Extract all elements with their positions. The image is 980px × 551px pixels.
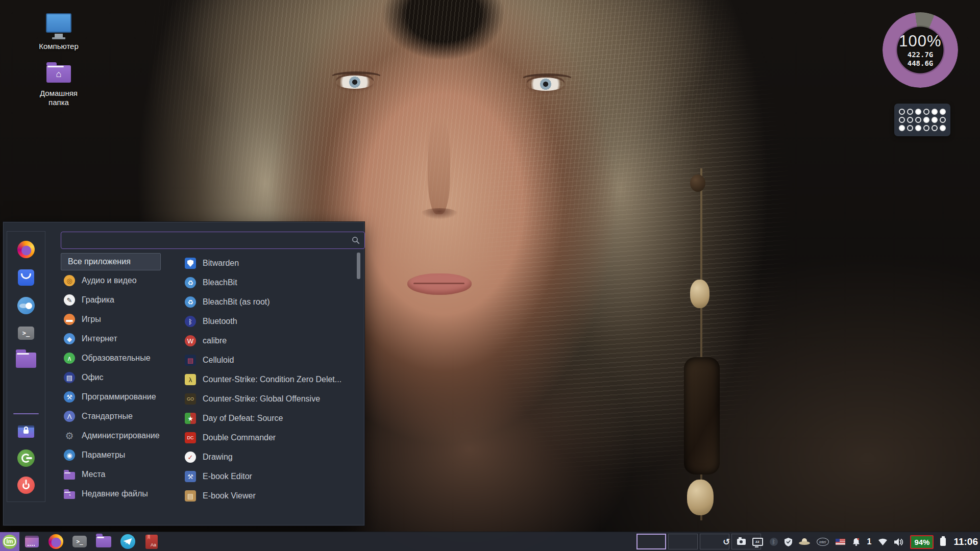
firefox-launcher[interactable] xyxy=(15,239,37,260)
terminal-taskbar-launcher[interactable]: >_ xyxy=(72,534,87,549)
workspace-1[interactable] xyxy=(636,534,666,549)
files-taskbar-launcher[interactable] xyxy=(96,534,111,549)
apps-scrollbar[interactable] xyxy=(357,253,360,279)
category-item[interactable]: ⚙Администрирование xyxy=(61,426,178,445)
app-item[interactable]: ⚒E-book Editor xyxy=(179,467,359,486)
app-label: Counter-Strike: Global Offensive xyxy=(203,394,320,404)
computer-icon xyxy=(46,13,71,33)
firefox-taskbar-launcher[interactable] xyxy=(48,534,63,549)
all-applications-button[interactable]: Все приложения xyxy=(61,253,161,270)
app-item[interactable]: GOCounter-Strike: Global Offensive xyxy=(179,389,359,409)
app-label: Double Commander xyxy=(203,433,276,442)
games-icon: ▬ xyxy=(64,314,75,325)
app-item[interactable]: ᛒBluetooth xyxy=(179,312,359,331)
bead-carved xyxy=(684,357,720,474)
ufo-icon[interactable] xyxy=(799,538,810,545)
app-item[interactable]: ✓Drawing xyxy=(179,447,359,467)
app-item[interactable]: λCounter-Strike: Condition Zero Delet... xyxy=(179,370,359,389)
category-item[interactable]: ◆Интернет xyxy=(61,329,178,348)
app-item[interactable]: Wcalibre xyxy=(179,331,359,350)
desktop-icon-computer[interactable]: Компьютер xyxy=(29,13,88,51)
firefox-icon xyxy=(17,241,35,258)
category-label: Места xyxy=(82,470,105,479)
telegram-icon xyxy=(120,534,135,549)
workspace-2[interactable] xyxy=(668,534,698,549)
intel-icon[interactable]: intel xyxy=(817,538,829,546)
binary-dot-off xyxy=(907,109,913,115)
nostrils-shading xyxy=(421,208,458,219)
app-item[interactable]: ♻BleachBit xyxy=(179,273,359,292)
preferences-icon: ◉ xyxy=(64,449,75,461)
app-item[interactable]: ★Day of Defeat: Source xyxy=(179,409,359,428)
battery-icon[interactable] xyxy=(940,538,946,546)
lock-screen-button[interactable] xyxy=(15,421,37,442)
bluetooth-icon[interactable]: ᛒ xyxy=(770,538,778,546)
binary-dot-on xyxy=(932,109,938,115)
firewall-shield-icon[interactable] xyxy=(785,538,792,546)
lips xyxy=(407,273,472,295)
presentation-mode-icon[interactable]: zz xyxy=(752,538,763,546)
binary-dot-off xyxy=(932,125,938,131)
category-item[interactable]: ΛСтандартные xyxy=(61,407,178,426)
audio-video-icon: ◎ xyxy=(64,275,75,286)
category-item[interactable]: ✎Графика xyxy=(61,290,178,310)
wifi-icon[interactable] xyxy=(878,538,888,546)
shutdown-button[interactable] xyxy=(15,474,37,496)
screenshot-icon[interactable] xyxy=(737,539,746,545)
app-item[interactable]: ♻BleachBit (as root) xyxy=(179,292,359,312)
category-label: Недавние файлы xyxy=(82,489,148,498)
category-label: Графика xyxy=(82,295,114,305)
system-tray: ↺ zz ᛒ intel 1 94% 11:06 xyxy=(723,532,978,551)
gauge-percent: 100% xyxy=(899,32,941,51)
category-item[interactable]: ▬Игры xyxy=(61,310,178,329)
lock-screen-icon xyxy=(18,425,34,438)
battery-percent-applet[interactable]: 94% xyxy=(910,535,934,549)
bead-bone-2 xyxy=(687,480,714,515)
logout-button[interactable] xyxy=(15,447,37,469)
notification-count: 1 xyxy=(867,537,872,546)
search-input[interactable] xyxy=(61,236,352,245)
app-item[interactable]: ▤E-book Viewer xyxy=(179,486,359,506)
notifications-bell-icon[interactable] xyxy=(852,538,861,546)
category-item[interactable]: ⚒Программирование xyxy=(61,387,178,407)
terminal-launcher[interactable]: >_ xyxy=(15,322,37,344)
gauge-total: 448.6G xyxy=(908,59,934,68)
software-manager-launcher[interactable] xyxy=(15,267,37,288)
category-label: Интернет xyxy=(82,334,117,343)
show-desktop-icon xyxy=(25,536,39,547)
administration-icon: ⚙ xyxy=(64,430,75,441)
desktop-icon-home[interactable]: ⌂ Домашняя папка xyxy=(29,65,88,107)
category-item[interactable]: Места xyxy=(61,465,178,484)
desktop-icon-label: Компьютер xyxy=(29,42,88,51)
category-label: Игры xyxy=(82,315,101,324)
category-item[interactable]: ◎Аудио и видео xyxy=(61,271,178,290)
update-manager-icon[interactable]: ↺ xyxy=(723,538,730,546)
web-apps-launcher[interactable] xyxy=(15,295,37,316)
desktop: Компьютер ⌂ Домашняя папка 100% 422.7G 4… xyxy=(0,0,980,551)
category-label: Параметры xyxy=(82,450,125,460)
clock[interactable]: 11:06 xyxy=(953,536,978,547)
internet-icon: ◆ xyxy=(64,333,75,344)
menu-button[interactable]: lm xyxy=(0,532,19,551)
linux-mint-logo-icon: lm xyxy=(3,535,17,549)
volume-icon[interactable] xyxy=(894,538,903,546)
keyboard-layout-us-flag-icon[interactable] xyxy=(836,539,845,545)
drawing-icon: ✓ xyxy=(185,452,196,463)
category-item[interactable]: ▤Офис xyxy=(61,368,178,387)
app-item[interactable]: ▤Celluloid xyxy=(179,350,359,370)
show-desktop-launcher[interactable] xyxy=(24,534,39,549)
category-item[interactable]: ◔Недавние файлы xyxy=(61,484,178,504)
binary-dot-on xyxy=(915,125,921,131)
files-launcher[interactable] xyxy=(15,349,37,371)
programming-icon: ⚒ xyxy=(64,391,75,403)
disk-usage-gauge-widget[interactable]: 100% 422.7G 448.6G xyxy=(883,12,958,88)
category-item[interactable]: ◉Параметры xyxy=(61,445,178,465)
terminal-icon: >_ xyxy=(18,327,34,340)
ebook-reader-launcher[interactable]: Aa xyxy=(144,534,159,549)
app-item[interactable]: DCDouble Commander xyxy=(179,428,359,447)
category-label: Аудио и видео xyxy=(82,276,137,285)
app-item[interactable]: Bitwarden xyxy=(179,254,359,273)
category-item[interactable]: ∧Образовательные xyxy=(61,348,178,368)
category-label: Администрирование xyxy=(82,431,160,440)
telegram-launcher[interactable] xyxy=(120,534,135,549)
